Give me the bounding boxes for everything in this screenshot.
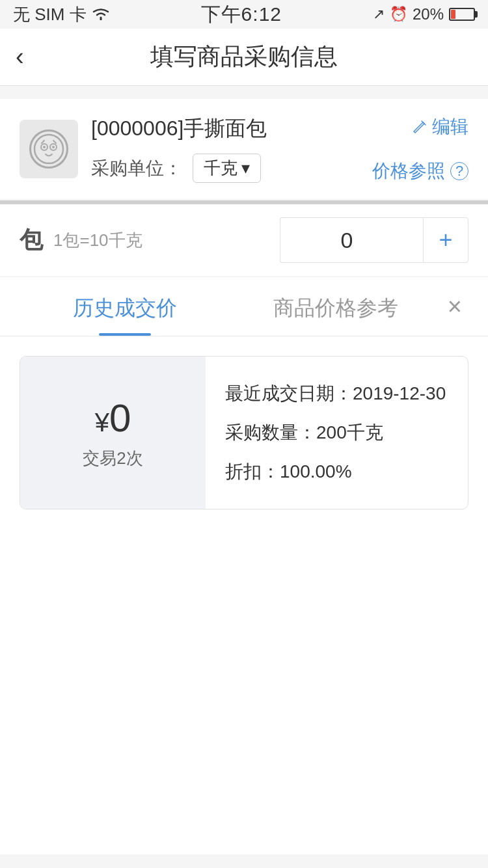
product-name: [0000006]手撕面包 bbox=[91, 115, 267, 143]
product-info: [0000006]手撕面包 采购单位： 千克 ▾ bbox=[91, 115, 267, 183]
discount-row: 折扣：100.00% bbox=[225, 458, 448, 485]
quantity-input-area: + bbox=[280, 217, 468, 263]
quantity-label: 包 1包=10千克 bbox=[20, 224, 142, 256]
price-ref-help-icon: ? bbox=[450, 162, 468, 180]
svg-point-3 bbox=[43, 146, 46, 148]
recent-date-label: 最近成交日期： bbox=[225, 383, 353, 403]
edit-icon bbox=[411, 118, 428, 135]
purchase-qty-label: 采购数量： bbox=[225, 422, 316, 442]
product-header: [0000006]手撕面包 采购单位： 千克 ▾ 编辑 价格参照 bbox=[20, 115, 468, 183]
quantity-plus-button[interactable]: + bbox=[423, 217, 468, 263]
price-symbol: ¥ bbox=[95, 408, 109, 437]
history-detail-right: 最近成交日期：2019-12-30 采购数量：200千克 折扣：100.00% bbox=[206, 357, 468, 509]
battery-percent: 20% bbox=[413, 5, 444, 23]
quantity-section: 包 1包=10千克 + bbox=[0, 200, 488, 276]
product-left: [0000006]手撕面包 采购单位： 千克 ▾ bbox=[20, 115, 267, 183]
purchase-qty-row: 采购数量：200千克 bbox=[225, 419, 448, 446]
tab-close-button[interactable]: × bbox=[441, 286, 468, 327]
unit-value: 千克 bbox=[204, 157, 237, 180]
location-icon: ↗ bbox=[373, 6, 385, 23]
nav-bar: ‹ 填写商品采购信息 bbox=[0, 29, 488, 86]
back-button[interactable]: ‹ bbox=[16, 43, 24, 71]
product-logo bbox=[29, 129, 68, 169]
svg-point-4 bbox=[52, 146, 55, 148]
product-actions: 编辑 价格参照 ? bbox=[372, 115, 468, 183]
wifi-icon bbox=[92, 5, 110, 25]
history-price-display: ¥0 bbox=[95, 396, 131, 441]
recent-date-value: 2019-12-30 bbox=[353, 383, 446, 403]
tab-row: 历史成交价 商品价格参考 × bbox=[0, 277, 488, 336]
product-unit-row: 采购单位： 千克 ▾ bbox=[91, 154, 267, 183]
status-bar: 无 SIM 卡 下午6:12 ↗ ⏰ 20% bbox=[0, 0, 488, 29]
price-ref-button[interactable]: 价格参照 ? bbox=[372, 159, 468, 183]
discount-label: 折扣： bbox=[225, 461, 280, 481]
history-price-left: ¥0 交易2次 bbox=[20, 357, 206, 509]
edit-label: 编辑 bbox=[432, 115, 468, 139]
quantity-conversion-text: 1包=10千克 bbox=[53, 229, 142, 252]
bottom-spacer bbox=[0, 529, 488, 854]
svg-point-0 bbox=[34, 135, 63, 163]
price-ref-label: 价格参照 bbox=[372, 159, 445, 183]
history-price-card: ¥0 交易2次 最近成交日期：2019-12-30 采购数量：200千克 折扣：… bbox=[20, 356, 468, 509]
quantity-row: 包 1包=10千克 + bbox=[0, 204, 488, 276]
battery-icon bbox=[449, 8, 475, 21]
edit-button[interactable]: 编辑 bbox=[411, 115, 468, 139]
unit-label: 采购单位： bbox=[91, 156, 182, 181]
recent-date-row: 最近成交日期：2019-12-30 bbox=[225, 380, 448, 407]
carrier-text: 无 SIM 卡 bbox=[13, 3, 87, 26]
alarm-icon: ⏰ bbox=[390, 6, 407, 23]
trade-count-text: 交易2次 bbox=[83, 447, 142, 470]
product-image bbox=[20, 120, 78, 178]
price-value: 0 bbox=[109, 396, 131, 440]
dropdown-arrow-icon: ▾ bbox=[241, 158, 250, 178]
product-card: [0000006]手撕面包 采购单位： 千克 ▾ 编辑 价格参照 bbox=[0, 99, 488, 199]
tab-price-reference[interactable]: 商品价格参考 bbox=[230, 277, 441, 336]
quantity-input[interactable] bbox=[280, 217, 423, 263]
purchase-qty-value: 200千克 bbox=[316, 422, 383, 442]
quantity-unit-char: 包 bbox=[20, 224, 43, 256]
tab-history-price[interactable]: 历史成交价 bbox=[20, 277, 230, 336]
unit-select-dropdown[interactable]: 千克 ▾ bbox=[193, 154, 261, 183]
discount-value: 100.00% bbox=[280, 461, 352, 481]
status-left: 无 SIM 卡 bbox=[13, 3, 110, 26]
page-title: 填写商品采购信息 bbox=[150, 41, 338, 73]
bottom-panel: 历史成交价 商品价格参考 × ¥0 交易2次 最近成交日期：2019-12-30… bbox=[0, 277, 488, 854]
status-right: ↗ ⏰ 20% bbox=[373, 5, 475, 23]
time-display: 下午6:12 bbox=[201, 1, 282, 28]
